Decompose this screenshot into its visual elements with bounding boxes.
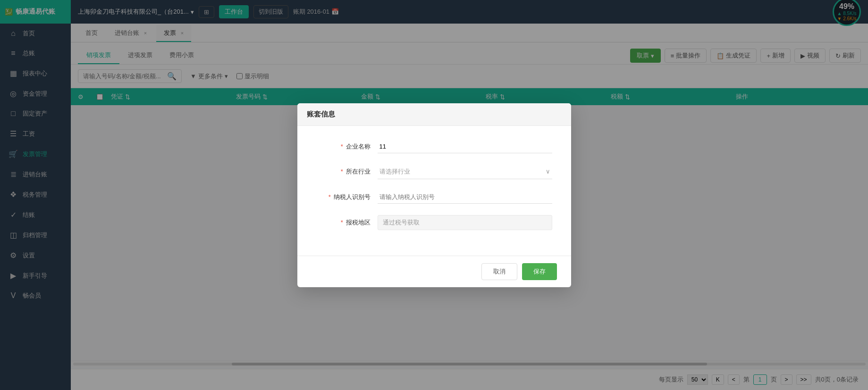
company-name-input[interactable] [378, 140, 552, 153]
modal-overlay: 账套信息 * 企业名称 * 所在行业 请选择行业 ∨ [0, 0, 868, 390]
chevron-down-icon: ∨ [546, 168, 550, 175]
label-tax-id: * 纳税人识别号 [316, 193, 378, 201]
cancel-button[interactable]: 取消 [481, 263, 517, 280]
form-row-tax-region: * 报税地区 通过税号获取 [316, 215, 552, 230]
label-company: * 企业名称 [316, 142, 378, 151]
industry-select[interactable]: 请选择行业 ∨ [378, 165, 552, 179]
form-row-industry: * 所在行业 请选择行业 ∨ [316, 165, 552, 179]
tax-region-readonly: 通过税号获取 [378, 215, 552, 230]
tax-id-input[interactable] [378, 191, 552, 204]
label-industry: * 所在行业 [316, 167, 378, 176]
modal-body: * 企业名称 * 所在行业 请选择行业 ∨ * [297, 126, 571, 256]
form-row-tax-id: * 纳税人识别号 [316, 191, 552, 204]
modal-footer: 取消 保存 [297, 256, 571, 287]
modal-title: 账套信息 [297, 103, 571, 126]
form-row-company: * 企业名称 [316, 140, 552, 153]
industry-placeholder: 请选择行业 [379, 167, 410, 176]
account-info-modal: 账套信息 * 企业名称 * 所在行业 请选择行业 ∨ [297, 103, 571, 287]
save-button[interactable]: 保存 [522, 263, 557, 280]
label-tax-region: * 报税地区 [316, 218, 378, 227]
